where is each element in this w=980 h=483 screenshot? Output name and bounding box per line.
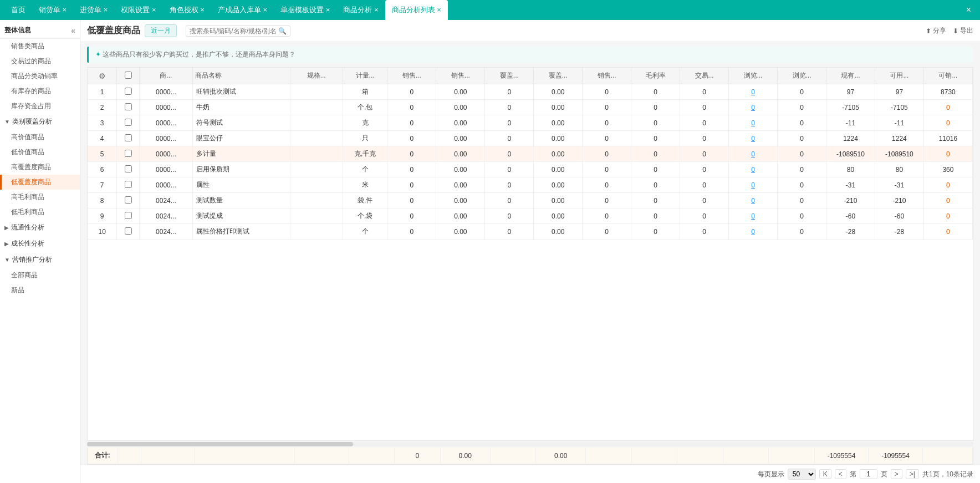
last-page-button[interactable]: >| [906, 469, 919, 479]
sidebar-section-circulation[interactable]: ▶ 流通性分析 [0, 220, 80, 236]
row-sales-qty: 0 [387, 209, 436, 224]
sidebar-section-category-coverage[interactable]: ▼ 类别覆盖分析 [0, 114, 80, 130]
row-view1[interactable]: 0 [729, 162, 778, 177]
row-view2: 0 [778, 224, 826, 240]
settings-icon[interactable]: ⚙ [99, 72, 106, 80]
next-page-button[interactable]: > [891, 469, 902, 479]
row-checkbox[interactable] [117, 209, 140, 224]
row-sales2: 0 [583, 162, 631, 177]
row-index: 10 [88, 224, 117, 240]
horizontal-scrollbar[interactable] [87, 442, 973, 446]
sidebar-collapse-button[interactable]: « [71, 26, 75, 35]
row-index: 1 [88, 84, 117, 100]
row-view1[interactable]: 0 [729, 100, 778, 115]
row-sales-qty: 0 [387, 193, 436, 209]
row-unit: 箱 [343, 84, 387, 100]
sidebar-item-high-value[interactable]: 高价值商品 [0, 130, 80, 145]
col-header-current: 现有... [826, 68, 875, 84]
row-cover2: 0.00 [534, 177, 583, 193]
row-checkbox[interactable] [117, 146, 140, 162]
row-unit: 个,袋 [343, 209, 387, 224]
time-filter-button[interactable]: 近一月 [145, 24, 177, 37]
export-button[interactable]: ⬇ 导出 [953, 26, 973, 35]
col-header-check[interactable] [117, 68, 140, 84]
nav-template-settings[interactable]: 单据模板设置 × [274, 0, 336, 20]
sidebar-item-inventory-value[interactable]: 库存资金占用 [0, 99, 80, 114]
info-text: 这些商品只有很少客户购买过，是推广不够，还是商品本身问题？ [103, 50, 295, 58]
sidebar-section-growth[interactable]: ▶ 成长性分析 [0, 236, 80, 252]
col-header-settings[interactable]: ⚙ [88, 68, 117, 84]
row-code: 0000... [140, 177, 192, 193]
row-view1[interactable]: 0 [729, 193, 778, 209]
row-checkbox[interactable] [117, 100, 140, 115]
per-page-select[interactable]: 50 100 200 [788, 469, 816, 480]
sidebar-item-sales-products[interactable]: 销售类商品 [0, 39, 80, 54]
nav-home[interactable]: 首页 [4, 0, 32, 20]
row-checkbox[interactable] [117, 131, 140, 146]
row-checkbox[interactable] [117, 177, 140, 193]
row-gross-rate: 0 [631, 131, 680, 146]
nav-product-analysis-list[interactable]: 商品分析列表 × [385, 0, 448, 20]
pagination-bar: 每页显示 50 100 200 K < 第 页 > >| 共1页，10条记录 [80, 465, 980, 483]
sidebar-item-new-products[interactable]: 新品 [0, 283, 80, 298]
sidebar-item-low-margin[interactable]: 低毛利商品 [0, 205, 80, 220]
sidebar-item-high-coverage[interactable]: 高覆盖度商品 [0, 160, 80, 175]
scroll-thumb[interactable] [87, 442, 353, 446]
row-checkbox[interactable] [117, 193, 140, 209]
row-view1[interactable]: 0 [729, 115, 778, 131]
select-all-checkbox[interactable] [125, 72, 132, 79]
row-gross-rate: 0 [631, 115, 680, 131]
sidebar-item-low-value[interactable]: 低价值商品 [0, 145, 80, 160]
sidebar-section-marketing[interactable]: ▼ 营销推广分析 [0, 252, 80, 268]
row-current: -28 [826, 224, 875, 240]
row-view1[interactable]: 0 [729, 146, 778, 162]
nav-purchase[interactable]: 进货单 × [73, 0, 114, 20]
sidebar-item-stocked-products[interactable]: 有库存的商品 [0, 84, 80, 99]
row-view1[interactable]: 0 [729, 84, 778, 100]
row-name: 牛奶 [192, 100, 290, 115]
row-gross-rate: 0 [631, 100, 680, 115]
search-input[interactable] [190, 27, 278, 35]
row-view1[interactable]: 0 [729, 131, 778, 146]
col-header-cover2: 覆盖... [534, 68, 583, 84]
sidebar-header-label: 整体信息 [4, 26, 31, 35]
nav-product-analysis[interactable]: 商品分析 × [336, 0, 385, 20]
window-close-button[interactable]: × [962, 5, 976, 15]
nav-roles[interactable]: 角色授权 × [163, 0, 211, 20]
sidebar-item-category-rate[interactable]: 商品分类动销率 [0, 69, 80, 84]
share-button[interactable]: ⬆ 分享 [926, 26, 946, 35]
row-code: 0000... [140, 115, 192, 131]
row-gross-rate: 0 [631, 209, 680, 224]
nav-permissions[interactable]: 权限设置 × [114, 0, 162, 20]
row-view1[interactable]: 0 [729, 177, 778, 193]
row-view1[interactable]: 0 [729, 224, 778, 240]
row-checkbox[interactable] [117, 224, 140, 240]
sidebar-item-low-coverage[interactable]: 低覆盖度商品 [0, 175, 80, 190]
prev-page-button[interactable]: < [835, 469, 846, 479]
row-code: 0024... [140, 224, 192, 240]
first-page-button[interactable]: K [819, 469, 831, 479]
nav-sales[interactable]: 销货单 × [32, 0, 73, 20]
sidebar-item-all-products[interactable]: 全部商品 [0, 268, 80, 283]
row-view2: 0 [778, 209, 826, 224]
sidebar-item-traded-products[interactable]: 交易过的商品 [0, 54, 80, 69]
share-label: 分享 [933, 26, 946, 35]
row-cover1: 0 [485, 146, 534, 162]
row-gross-rate: 0 [631, 84, 680, 100]
info-banner: ✦ 这些商品只有很少客户购买过，是推广不够，还是商品本身问题？ [87, 47, 973, 63]
content-header: 低覆盖度商品 近一月 🔍 ⬆ 分享 ⬇ 导出 [80, 20, 980, 42]
row-view1[interactable]: 0 [729, 209, 778, 224]
row-current: -11 [826, 115, 875, 131]
row-checkbox[interactable] [117, 84, 140, 100]
row-checkbox[interactable] [117, 162, 140, 177]
page-input[interactable] [860, 469, 877, 479]
sidebar-item-high-margin[interactable]: 高毛利商品 [0, 190, 80, 205]
row-sales-amt: 0.00 [436, 209, 485, 224]
search-icon[interactable]: 🔍 [278, 27, 287, 35]
row-checkbox[interactable] [117, 115, 140, 131]
row-gross-rate: 0 [631, 146, 680, 162]
nav-product-entry[interactable]: 产成品入库单 × [211, 0, 274, 20]
row-sales2: 0 [583, 131, 631, 146]
row-spec [290, 224, 343, 240]
row-unit: 个,包 [343, 100, 387, 115]
